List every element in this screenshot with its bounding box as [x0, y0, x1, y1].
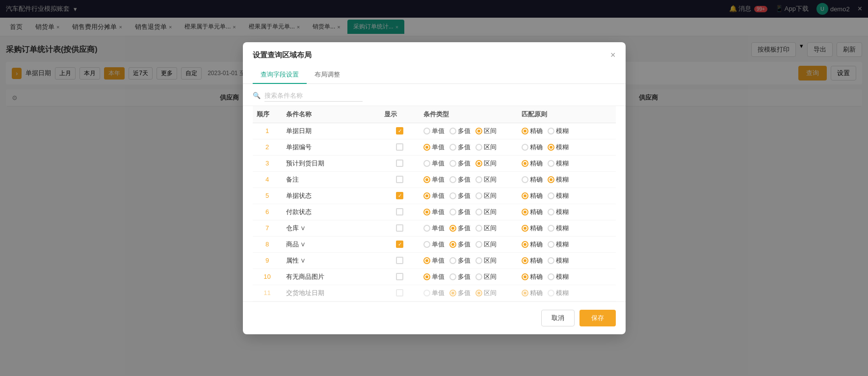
type-radio-multi-1[interactable]: 多值: [449, 127, 471, 135]
type-radio-single-9[interactable]: 单值: [423, 256, 445, 265]
row-display-5[interactable]: [380, 191, 420, 200]
row-display-3[interactable]: [380, 159, 420, 168]
type-radio-range-2[interactable]: 区间: [475, 143, 497, 152]
col-order-header: 顺序: [253, 110, 282, 119]
row-display-9[interactable]: [380, 256, 420, 265]
match-radio-exact-5[interactable]: 精确: [522, 191, 543, 200]
type-radio-single-5[interactable]: 单值: [423, 191, 445, 200]
match-radio-exact-6[interactable]: 精确: [522, 208, 543, 216]
row-display-1[interactable]: [380, 127, 420, 135]
type-radio-single-7[interactable]: 单值: [423, 224, 445, 233]
type-radio-single-3[interactable]: 单值: [423, 159, 445, 168]
radio-circle-range: [475, 128, 482, 134]
match-radio-fuzzy-1[interactable]: 模糊: [548, 127, 569, 135]
match-radio-exact-1[interactable]: 精确: [522, 127, 543, 135]
display-checkbox-1[interactable]: [396, 127, 403, 134]
type-radio-multi-2[interactable]: 多值: [449, 143, 471, 152]
match-radio-fuzzy-10[interactable]: 模糊: [548, 272, 569, 281]
type-radio-multi-10[interactable]: 多值: [449, 272, 471, 281]
type-radio-single-8[interactable]: 单值: [423, 240, 445, 249]
dialog-table-row: 11交货地址日期单值多值区间精确模糊: [253, 285, 616, 301]
type-radio-multi-6[interactable]: 多值: [449, 208, 471, 216]
row-name-10: 有无商品图片: [282, 272, 380, 281]
tab-layout-adjust[interactable]: 布局调整: [307, 66, 348, 84]
row-name-3: 预计到货日期: [282, 159, 380, 168]
display-checkbox-9[interactable]: [396, 257, 403, 264]
display-checkbox-6[interactable]: [396, 208, 403, 215]
display-checkbox-11[interactable]: [396, 289, 403, 296]
row-display-10[interactable]: [380, 272, 420, 281]
match-radio-exact-8[interactable]: 精确: [522, 240, 543, 249]
save-button[interactable]: 保存: [579, 310, 616, 326]
cancel-button[interactable]: 取消: [541, 310, 575, 326]
display-checkbox-8[interactable]: [396, 241, 403, 248]
row-name-5: 单据状态: [282, 191, 380, 200]
type-radio-multi-9[interactable]: 多值: [449, 256, 471, 265]
match-radio-fuzzy-3[interactable]: 模糊: [548, 159, 569, 168]
radio-circle-single: [423, 192, 430, 199]
type-radio-range-9[interactable]: 区间: [475, 256, 497, 265]
type-radio-multi-11[interactable]: 多值: [449, 289, 471, 297]
display-checkbox-3[interactable]: [396, 160, 403, 167]
type-radio-multi-8[interactable]: 多值: [449, 240, 471, 249]
row-name-4: 备注: [282, 175, 380, 184]
type-radio-multi-5[interactable]: 多值: [449, 191, 471, 200]
type-radio-single-1[interactable]: 单值: [423, 127, 445, 135]
type-radio-range-10[interactable]: 区间: [475, 272, 497, 281]
match-radio-exact-4[interactable]: 精确: [522, 175, 543, 184]
type-radio-single-11[interactable]: 单值: [423, 289, 445, 297]
search-input[interactable]: [264, 90, 363, 102]
settings-dialog: 设置查询区域布局 × 查询字段设置 布局调整 🔍 顺序 条件名称 显示 条件类型…: [243, 42, 626, 334]
display-checkbox-4[interactable]: [396, 176, 403, 183]
radio-circle-multi: [449, 192, 456, 199]
row-display-8[interactable]: [380, 240, 420, 249]
radio-circle-match-fuzzy: [548, 290, 554, 296]
match-radio-fuzzy-2[interactable]: 模糊: [548, 143, 569, 152]
display-checkbox-10[interactable]: [396, 273, 403, 280]
display-checkbox-2[interactable]: [396, 143, 403, 151]
type-radio-single-4[interactable]: 单值: [423, 175, 445, 184]
row-display-11[interactable]: [380, 289, 420, 297]
type-radio-range-11[interactable]: 区间: [475, 289, 497, 297]
radio-circle-match-fuzzy: [548, 128, 554, 134]
match-radio-fuzzy-11[interactable]: 模糊: [548, 289, 569, 297]
dialog-close-button[interactable]: ×: [610, 50, 616, 60]
match-radio-exact-7[interactable]: 精确: [522, 224, 543, 233]
match-radio-fuzzy-9[interactable]: 模糊: [548, 256, 569, 265]
display-checkbox-5[interactable]: [396, 192, 403, 199]
type-radio-range-3[interactable]: 区间: [475, 159, 497, 168]
type-radio-multi-7[interactable]: 多值: [449, 224, 471, 233]
type-radio-multi-3[interactable]: 多值: [449, 159, 471, 168]
type-radio-range-6[interactable]: 区间: [475, 208, 497, 216]
row-display-2[interactable]: [380, 143, 420, 152]
match-radio-fuzzy-5[interactable]: 模糊: [548, 191, 569, 200]
type-radio-range-8[interactable]: 区间: [475, 240, 497, 249]
match-radio-exact-11[interactable]: 精确: [522, 289, 543, 297]
type-radio-single-10[interactable]: 单值: [423, 272, 445, 281]
match-radio-fuzzy-6[interactable]: 模糊: [548, 208, 569, 216]
type-radio-range-4[interactable]: 区间: [475, 175, 497, 184]
type-radio-range-1[interactable]: 区间: [475, 127, 497, 135]
match-radio-exact-10[interactable]: 精确: [522, 272, 543, 281]
type-radio-range-7[interactable]: 区间: [475, 224, 497, 233]
row-display-6[interactable]: [380, 208, 420, 216]
display-checkbox-7[interactable]: [396, 224, 403, 232]
match-radio-fuzzy-8[interactable]: 模糊: [548, 240, 569, 249]
row-display-7[interactable]: [380, 224, 420, 233]
dialog-table-row: 5单据状态单值多值区间精确模糊: [253, 188, 616, 204]
row-display-4[interactable]: [380, 175, 420, 184]
match-radio-exact-3[interactable]: 精确: [522, 159, 543, 168]
radio-circle-match-fuzzy: [548, 225, 554, 232]
type-radio-single-6[interactable]: 单值: [423, 208, 445, 216]
match-radio-fuzzy-7[interactable]: 模糊: [548, 224, 569, 233]
match-radio-exact-9[interactable]: 精确: [522, 256, 543, 265]
match-radio-fuzzy-4[interactable]: 模糊: [548, 175, 569, 184]
type-radio-single-2[interactable]: 单值: [423, 143, 445, 152]
radio-circle-range: [475, 160, 482, 167]
tab-query-fields[interactable]: 查询字段设置: [253, 66, 307, 84]
match-radio-exact-2[interactable]: 精确: [522, 143, 543, 152]
radio-circle-multi: [449, 241, 456, 248]
row-name-7: 仓库 ∨: [282, 224, 380, 233]
type-radio-range-5[interactable]: 区间: [475, 191, 497, 200]
type-radio-multi-4[interactable]: 多值: [449, 175, 471, 184]
